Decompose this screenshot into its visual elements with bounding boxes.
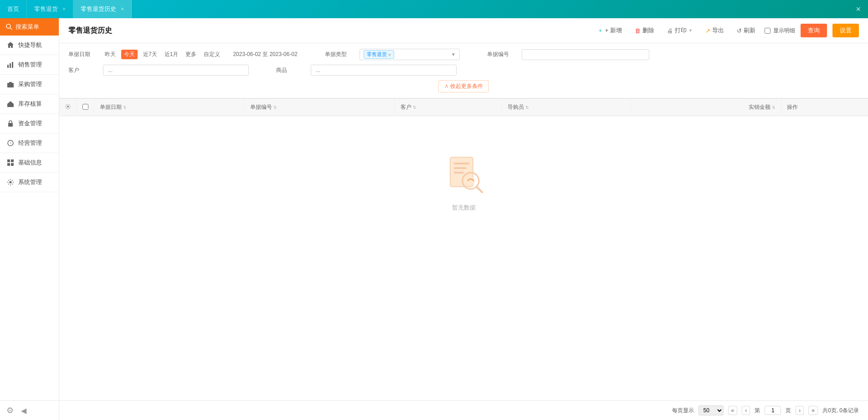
- prev-page-button[interactable]: ‹: [742, 406, 750, 415]
- page-header: 零售退货历史 ＋ + 新增 🗑 删除 🖨 打印 ▼ ↗ 导出: [59, 18, 868, 43]
- svg-rect-2: [7, 65, 9, 68]
- goods-input[interactable]: [311, 65, 457, 76]
- settings-button[interactable]: 设置: [832, 24, 859, 37]
- svg-line-20: [477, 187, 482, 192]
- sidebar-item-purchase[interactable]: 采购管理: [0, 75, 59, 94]
- page-size-select[interactable]: 50 100 200: [699, 405, 724, 415]
- date-opt-yesterday[interactable]: 昨天: [103, 50, 118, 59]
- th-operation: 操作: [781, 99, 868, 116]
- delete-icon: 🗑: [635, 27, 641, 34]
- customer-input[interactable]: [103, 65, 249, 76]
- customer-label: 客户: [68, 67, 94, 74]
- new-button[interactable]: ＋ + 新增: [594, 25, 626, 36]
- date-options: 昨天 今天 近7天 近1月 更多 自定义: [103, 50, 222, 59]
- collapse-button[interactable]: ∧ 收起更多条件: [438, 80, 489, 92]
- export-icon: ↗: [705, 27, 710, 34]
- th-amount[interactable]: 实销金额 ⇅: [631, 99, 781, 116]
- th-amount-label: 实销金额: [749, 103, 770, 111]
- tab-retail-return-history-close[interactable]: ×: [121, 6, 124, 12]
- tab-retail-return-close[interactable]: ×: [62, 6, 66, 12]
- content-area: 零售退货历史 ＋ + 新增 🗑 删除 🖨 打印 ▼ ↗ 导出: [59, 18, 868, 420]
- sidebar-item-quick-nav-label: 快捷导航: [18, 41, 42, 49]
- sidebar-item-sales[interactable]: 销售管理: [0, 55, 59, 75]
- next-page-button[interactable]: ›: [796, 406, 804, 415]
- search-icon: [5, 23, 13, 31]
- refresh-button[interactable]: ↺ 刷新: [733, 25, 759, 36]
- th-doc-no[interactable]: 单据编号 ⇅: [244, 99, 395, 116]
- window-close-button[interactable]: ×: [848, 5, 868, 14]
- sidebar-item-basic-info[interactable]: 基础信息: [0, 153, 59, 173]
- sidebar-item-operations[interactable]: 经营管理: [0, 133, 59, 153]
- sidebar-item-operations-label: 经营管理: [18, 139, 42, 147]
- sidebar-collapse-icon[interactable]: ◀: [21, 406, 26, 415]
- filter-row-1: 单据日期 昨天 今天 近7天 近1月 更多 自定义 2023-06-02 至 2…: [68, 49, 859, 60]
- display-toggle-checkbox[interactable]: [765, 28, 770, 34]
- tab-retail-return-history-label: 零售退货历史: [81, 5, 116, 13]
- date-opt-7days[interactable]: 近7天: [141, 50, 159, 59]
- tab-home[interactable]: 首页: [0, 0, 27, 18]
- display-toggle[interactable]: 显示明细: [765, 27, 795, 35]
- svg-rect-18: [454, 172, 464, 174]
- sort-icon-guide: ⇅: [525, 105, 529, 110]
- tab-retail-return-history[interactable]: 零售退货历史 ×: [73, 0, 132, 18]
- sidebar-item-system[interactable]: 系统管理: [0, 173, 59, 192]
- th-doc-date-label: 单据日期: [100, 103, 122, 111]
- empty-state-row: 暂无数据: [59, 116, 868, 249]
- date-opt-custom[interactable]: 自定义: [202, 50, 222, 59]
- th-operation-label: 操作: [787, 104, 798, 110]
- doc-type-arrow: ▼: [451, 52, 456, 57]
- page-number-input[interactable]: [765, 406, 781, 415]
- svg-point-0: [6, 24, 10, 28]
- home-icon: [6, 41, 15, 49]
- print-button[interactable]: 🖨 打印 ▼: [663, 25, 696, 36]
- th-customer[interactable]: 客户 ⇅: [395, 99, 502, 116]
- th-guide[interactable]: 导购员 ⇅: [502, 99, 631, 116]
- delete-button[interactable]: 🗑 删除: [631, 25, 658, 36]
- svg-rect-16: [454, 163, 469, 164]
- sort-icon-amount: ⇅: [772, 105, 776, 110]
- total-label: 共0页, 0条记录: [822, 407, 859, 415]
- print-icon: 🖨: [667, 27, 673, 34]
- empty-illustration: [441, 153, 487, 198]
- sort-icon-doc-date: ⇅: [123, 105, 127, 110]
- stats-icon: [6, 139, 15, 147]
- th-settings[interactable]: [59, 99, 77, 116]
- tab-home-label: 首页: [7, 5, 19, 13]
- sidebar-item-finance-label: 资金管理: [18, 119, 42, 128]
- date-opt-today[interactable]: 今天: [121, 50, 138, 59]
- chart-icon: [6, 61, 15, 69]
- th-checkbox[interactable]: [77, 99, 94, 116]
- th-doc-date[interactable]: 单据日期 ⇅: [94, 99, 245, 116]
- date-opt-more[interactable]: 更多: [184, 50, 198, 59]
- sidebar-search[interactable]: 搜索菜单: [0, 18, 59, 36]
- doc-type-label: 单据类型: [325, 51, 350, 58]
- th-customer-label: 客户: [401, 103, 411, 111]
- print-dropdown-icon: ▼: [688, 28, 693, 33]
- sidebar-item-system-label: 系统管理: [18, 178, 42, 186]
- th-doc-no-label: 单据编号: [250, 103, 272, 111]
- export-button[interactable]: ↗ 导出: [702, 25, 728, 36]
- sidebar-item-finance[interactable]: 资金管理: [0, 114, 59, 133]
- doc-type-tag-close[interactable]: ×: [388, 52, 391, 57]
- tab-retail-return[interactable]: 零售退货 ×: [27, 0, 73, 18]
- svg-rect-9: [7, 159, 10, 162]
- sidebar-item-quick-nav[interactable]: 快捷导航: [0, 36, 59, 55]
- first-page-button[interactable]: «: [728, 406, 738, 415]
- svg-rect-12: [11, 163, 14, 166]
- svg-rect-7: [8, 123, 13, 127]
- table-header-row: 单据日期 ⇅ 单据编号 ⇅ 客户: [59, 99, 868, 116]
- date-opt-1month[interactable]: 近1月: [163, 50, 180, 59]
- last-page-button[interactable]: »: [808, 406, 818, 415]
- doc-no-input[interactable]: [522, 49, 649, 60]
- goods-label: 商品: [276, 67, 302, 74]
- sidebar-item-purchase-label: 采购管理: [18, 80, 42, 88]
- filter-row-2: 客户 商品: [68, 65, 859, 76]
- query-button[interactable]: 查询: [801, 24, 827, 37]
- plus-icon: ＋: [597, 26, 603, 35]
- svg-rect-5: [7, 83, 14, 87]
- sidebar-item-inventory[interactable]: 库存核算: [0, 94, 59, 114]
- select-all-checkbox[interactable]: [82, 104, 88, 110]
- doc-type-select[interactable]: 零售退货 × ▼: [360, 49, 460, 60]
- sidebar-settings-icon[interactable]: ⚙: [6, 405, 14, 415]
- sidebar-item-sales-label: 销售管理: [18, 61, 42, 69]
